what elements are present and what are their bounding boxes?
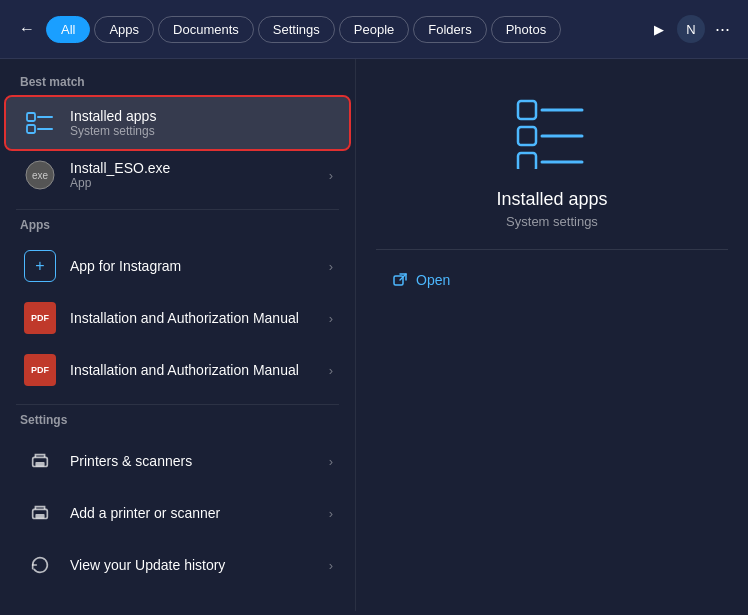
- instagram-title: App for Instagram: [70, 258, 329, 274]
- right-title: Installed apps: [496, 189, 607, 210]
- svg-rect-12: [518, 127, 536, 145]
- update-history-item[interactable]: View your Update history ›: [6, 539, 349, 591]
- update-history-text: View your Update history: [70, 557, 329, 573]
- chevron-icon: ›: [329, 168, 333, 183]
- svg-rect-14: [518, 153, 536, 169]
- install-manual-2-text: Installation and Authorization Manual: [70, 362, 329, 378]
- add-printer-text: Add a printer or scanner: [70, 505, 329, 521]
- printers-icon: [22, 443, 58, 479]
- top-bar: ← All Apps Documents Settings People Fol…: [0, 0, 748, 59]
- install-eso-text: Install_ESO.exe App: [70, 160, 329, 190]
- install-manual-2-item[interactable]: PDF Installation and Authorization Manua…: [6, 344, 349, 396]
- settings-section-label: Settings: [0, 413, 355, 435]
- installed-apps-icon: [22, 105, 58, 141]
- installed-apps-big-icon: [512, 89, 592, 169]
- install-manual-2-title: Installation and Authorization Manual: [70, 362, 329, 378]
- instagram-icon: +: [22, 248, 58, 284]
- tab-apps[interactable]: Apps: [94, 16, 154, 43]
- open-button[interactable]: Open: [384, 266, 458, 294]
- chevron-icon: ›: [329, 363, 333, 378]
- install-eso-subtitle: App: [70, 176, 329, 190]
- svg-text:exe: exe: [32, 170, 49, 181]
- add-printer-icon-shape: [24, 497, 56, 529]
- right-divider: [376, 249, 728, 250]
- install-eso-icon: exe: [22, 157, 58, 193]
- right-icon-area: [512, 89, 592, 173]
- tab-people[interactable]: People: [339, 16, 409, 43]
- play-button[interactable]: ▶: [645, 15, 673, 43]
- add-printer-item[interactable]: Add a printer or scanner ›: [6, 487, 349, 539]
- install-manual-1-text: Installation and Authorization Manual: [70, 310, 329, 326]
- right-subtitle: System settings: [506, 214, 598, 229]
- best-match-item[interactable]: Installed apps System settings: [6, 97, 349, 149]
- install-eso-item[interactable]: exe Install_ESO.exe App ›: [6, 149, 349, 201]
- update-history-title: View your Update history: [70, 557, 329, 573]
- printers-title: Printers & scanners: [70, 453, 329, 469]
- tab-folders[interactable]: Folders: [413, 16, 486, 43]
- pdf-icon-1: PDF: [22, 300, 58, 336]
- chevron-icon: ›: [329, 454, 333, 469]
- svg-rect-2: [27, 125, 35, 133]
- svg-rect-0: [27, 113, 35, 121]
- best-match-subtitle: System settings: [70, 124, 333, 138]
- install-manual-1-title: Installation and Authorization Manual: [70, 310, 329, 326]
- apps-section-label: Apps: [0, 218, 355, 240]
- chevron-icon: ›: [329, 259, 333, 274]
- update-history-icon: [22, 547, 58, 583]
- svg-rect-9: [35, 514, 44, 519]
- divider-2: [16, 404, 339, 405]
- best-match-text: Installed apps System settings: [70, 108, 333, 138]
- printers-item[interactable]: Printers & scanners ›: [6, 435, 349, 487]
- open-external-icon: [392, 272, 408, 288]
- tab-settings[interactable]: Settings: [258, 16, 335, 43]
- tab-documents[interactable]: Documents: [158, 16, 254, 43]
- printer-icon-shape: [24, 445, 56, 477]
- chevron-icon: ›: [329, 311, 333, 326]
- svg-rect-10: [518, 101, 536, 119]
- best-match-label: Best match: [0, 75, 355, 97]
- tab-all[interactable]: All: [46, 16, 90, 43]
- best-match-title: Installed apps: [70, 108, 333, 124]
- pdf-shape-2: PDF: [24, 354, 56, 386]
- svg-rect-7: [35, 462, 44, 467]
- back-button[interactable]: ←: [12, 14, 42, 44]
- instagram-icon-shape: +: [24, 250, 56, 282]
- instagram-app-item[interactable]: + App for Instagram ›: [6, 240, 349, 292]
- main-content: Best match Installed apps System setting…: [0, 59, 748, 611]
- pdf-shape-1: PDF: [24, 302, 56, 334]
- install-manual-1-item[interactable]: PDF Installation and Authorization Manua…: [6, 292, 349, 344]
- divider-1: [16, 209, 339, 210]
- open-label: Open: [416, 272, 450, 288]
- left-panel: Best match Installed apps System setting…: [0, 59, 356, 611]
- instagram-text: App for Instagram: [70, 258, 329, 274]
- tab-photos[interactable]: Photos: [491, 16, 561, 43]
- right-panel: Installed apps System settings Open: [356, 59, 748, 611]
- install-eso-title: Install_ESO.exe: [70, 160, 329, 176]
- printers-text: Printers & scanners: [70, 453, 329, 469]
- update-icon-shape: [24, 549, 56, 581]
- add-printer-icon: [22, 495, 58, 531]
- more-options-button[interactable]: ···: [709, 19, 736, 40]
- add-printer-title: Add a printer or scanner: [70, 505, 329, 521]
- user-avatar-button[interactable]: N: [677, 15, 705, 43]
- pdf-icon-2: PDF: [22, 352, 58, 388]
- chevron-icon: ›: [329, 506, 333, 521]
- chevron-icon: ›: [329, 558, 333, 573]
